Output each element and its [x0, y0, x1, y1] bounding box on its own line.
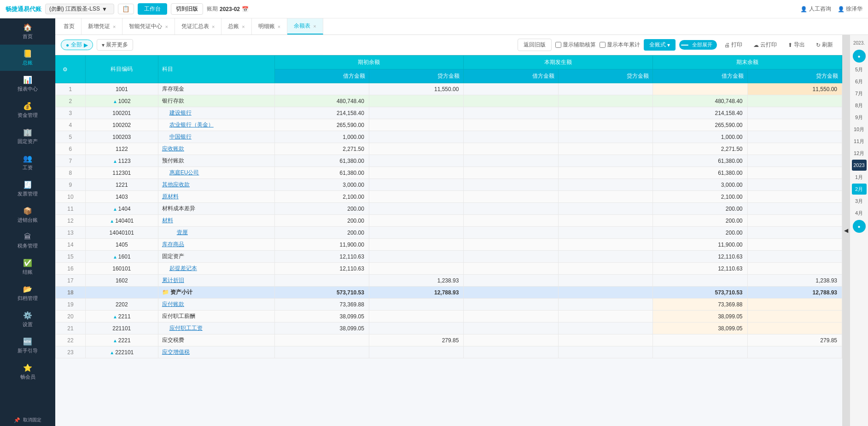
workbench-button[interactable]: 工作台 — [138, 3, 167, 15]
customer-service[interactable]: 👤 人工咨询 — [800, 5, 831, 13]
row-subject[interactable]: 建设银行 — [158, 107, 274, 119]
table-header-settings[interactable]: ⚙ — [56, 56, 86, 83]
balance-table: ⚙ 科目编码 科目 期初余额 本期发生额 期末余额 借方金额 贷方金额 — [55, 55, 842, 358]
row-amount — [653, 83, 747, 95]
expand-all-toggle[interactable]: 全部展开 — [679, 40, 717, 50]
month-9[interactable]: 9月 — [852, 112, 867, 123]
return-old-button[interactable]: 返回旧版 — [518, 39, 552, 51]
tab-balance[interactable]: 余额表 × — [287, 18, 323, 35]
row-subject[interactable]: 累计折旧 — [158, 275, 274, 287]
row-amount: 1,238.93 — [747, 275, 842, 287]
row-subject[interactable]: 壹厘 — [158, 227, 274, 239]
row-subject[interactable]: 其他应收款 — [158, 179, 274, 191]
export-icon: ⬆ — [788, 42, 792, 48]
tab-smart-voucher[interactable]: 智能凭证中心 × — [122, 18, 175, 35]
refresh-button[interactable]: ↻ 刷新 — [812, 40, 837, 50]
cloud-print-button[interactable]: ☁ 云打印 — [750, 40, 781, 50]
month-5[interactable]: 5月 — [852, 64, 867, 75]
sidebar-item-checkout[interactable]: ✅ 结账 — [0, 254, 55, 280]
circle-indicator-bottom[interactable]: ● — [853, 220, 866, 233]
switch-old-button[interactable]: 切到旧版 — [171, 3, 203, 15]
tab-close-balance[interactable]: × — [313, 23, 316, 29]
row-amount — [369, 143, 463, 155]
row-amount — [653, 334, 747, 346]
month-7[interactable]: 7月 — [852, 88, 867, 99]
calendar-icon[interactable]: 📅 — [242, 6, 249, 12]
month-1[interactable]: 1月 — [852, 172, 867, 183]
tab-close-detail[interactable]: × — [278, 24, 280, 29]
row-subject[interactable]: 农业银行（美金） — [158, 119, 274, 131]
sidebar-item-settings[interactable]: ⚙️ 设置 — [0, 306, 55, 333]
expand-more-button[interactable]: ▾ 展开更多 — [97, 39, 133, 51]
month-8[interactable]: 8月 — [852, 100, 867, 111]
year-2023-label[interactable]: 2023 — [852, 160, 867, 171]
settings-gear-icon[interactable]: ⚙ — [59, 64, 70, 75]
circle-indicator-top[interactable]: ● — [853, 50, 866, 63]
row-subject[interactable]: 应付职工工资 — [158, 322, 274, 334]
archive-button[interactable]: 📋 — [118, 4, 134, 14]
row-subject[interactable]: 应付账款 — [158, 299, 274, 311]
table-header-end-credit: 贷方金额 — [747, 69, 842, 83]
row-subject[interactable]: 应交增值税 — [158, 346, 274, 358]
tab-ledger[interactable]: 总账 × — [221, 18, 251, 35]
capital-icon: 💰 — [23, 102, 32, 110]
month-3[interactable]: 3月 — [852, 196, 867, 207]
tab-voucher-summary[interactable]: 凭证汇总表 × — [175, 18, 221, 35]
month-10[interactable]: 10月 — [852, 124, 867, 135]
row-subject[interactable]: 中国银行 — [158, 131, 274, 143]
row-amount — [747, 131, 842, 143]
month-4[interactable]: 4月 — [852, 207, 867, 219]
toggle-inner-button[interactable] — [681, 45, 688, 46]
sidebar-item-home[interactable]: 🏠 首页 — [0, 18, 55, 45]
row-amount: 38,099.05 — [653, 322, 747, 334]
row-subject[interactable]: 起提差记本 — [158, 263, 274, 275]
tab-close-ledger[interactable]: × — [242, 24, 245, 29]
export-button[interactable]: ⬆ 导出 — [784, 40, 809, 50]
sidebar-item-cancel-fixed[interactable]: 📌 取消固定 — [0, 414, 55, 426]
row-amount — [274, 334, 369, 346]
sidebar-item-invoice[interactable]: 🧾 发票管理 — [0, 176, 55, 202]
tab-close-smart-voucher[interactable]: × — [165, 24, 168, 29]
sidebar-item-assets[interactable]: 🏢 固定资产 — [0, 123, 55, 150]
row-subject[interactable]: 惠庭EU公司 — [158, 167, 274, 179]
month-2-active[interactable]: 2月 — [852, 184, 867, 195]
user-menu[interactable]: 👤 徐泽华 — [838, 5, 862, 13]
row-amount — [369, 322, 463, 334]
row-amount — [558, 311, 652, 322]
sidebar-item-archive[interactable]: 📂 归档管理 — [0, 280, 55, 306]
month-11[interactable]: 11月 — [852, 136, 867, 147]
panel-toggle[interactable]: ◀ — [842, 35, 850, 426]
sidebar-item-ledger[interactable]: 📒 总账 — [0, 45, 55, 71]
month-12[interactable]: 12月 — [852, 148, 867, 159]
row-subject[interactable]: 材料 — [158, 215, 274, 227]
tab-detail[interactable]: 明细账 × — [252, 18, 287, 35]
show-ytd-checkbox[interactable]: 显示本年累计 — [600, 41, 640, 49]
invoice-icon: 🧾 — [23, 180, 32, 189]
sidebar-item-purchase[interactable]: 📦 进销台账 — [0, 202, 55, 228]
row-amount: 200.00 — [274, 203, 369, 215]
tab-close-voucher-summary[interactable]: × — [212, 24, 215, 29]
sidebar-item-capital[interactable]: 💰 资金管理 — [0, 97, 55, 123]
tab-home[interactable]: 首页 — [57, 18, 82, 35]
filter-all-button[interactable]: ● 全部 ▶ — [61, 40, 93, 50]
sidebar-item-salary[interactable]: 👥 工资 — [0, 150, 55, 176]
sidebar-item-member[interactable]: ⭐ 畅会员 — [0, 359, 55, 385]
row-code: 100201 — [85, 107, 158, 119]
tab-new-voucher[interactable]: 新增凭证 × — [82, 18, 122, 35]
sidebar-item-guide[interactable]: 🆕 新手引导 — [0, 333, 55, 359]
row-subject[interactable]: 应收账款 — [158, 143, 274, 155]
tab-close-new-voucher[interactable]: × — [113, 24, 116, 29]
row-subject[interactable]: 原材料 — [158, 191, 274, 203]
full-style-button[interactable]: 全账式 ▾ — [644, 39, 676, 51]
print-button[interactable]: 🖨 打印 — [721, 40, 746, 50]
company-selector[interactable]: (勿删) 江西股圣-LSS ▼ — [45, 4, 114, 14]
row-code: 160101 — [85, 263, 158, 275]
month-6[interactable]: 6月 — [852, 76, 867, 87]
row-amount: 73,369.88 — [653, 299, 747, 311]
sidebar-item-report[interactable]: 📊 报表中心 — [0, 71, 55, 97]
row-subject[interactable]: 库存商品 — [158, 239, 274, 251]
table-row: 171602累计折旧1,238.931,238.93 — [56, 275, 842, 287]
sidebar-item-tax[interactable]: 🏛 税务管理 — [0, 228, 55, 254]
show-auxiliary-checkbox[interactable]: 显示辅助核算 — [555, 41, 596, 49]
table-row: 15▲1601固定资产12,110.6312,110.63 — [56, 251, 842, 263]
